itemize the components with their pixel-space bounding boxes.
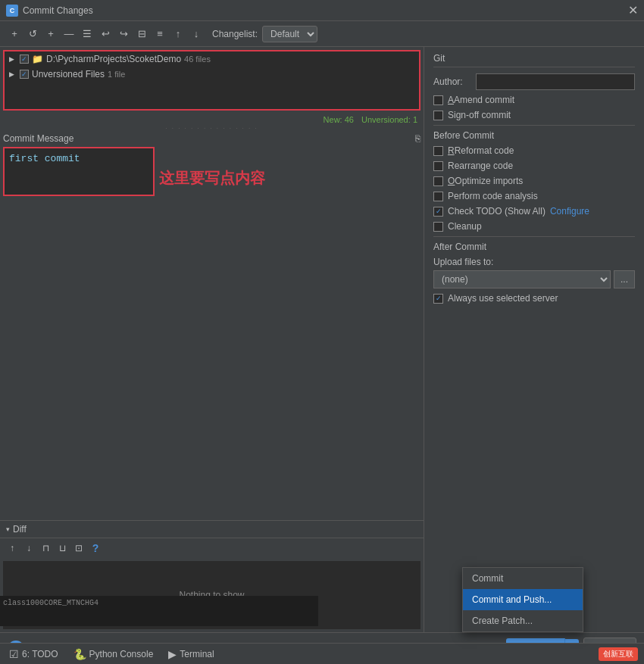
cleanup-row: Cleanup bbox=[433, 221, 635, 232]
todo-icon: ☑ bbox=[9, 648, 19, 660]
author-label: Author: bbox=[433, 76, 471, 87]
folder-icon: 📁 bbox=[32, 54, 43, 64]
copy-icon[interactable]: ⎘ bbox=[415, 133, 420, 144]
toolbar-up-btn[interactable]: ↑ bbox=[170, 26, 186, 42]
sign-off-label: Sign-off commit bbox=[448, 110, 511, 120]
dropdown-commit-push[interactable]: Commit and Push... bbox=[463, 589, 583, 610]
sign-off-row: Sign-off commit bbox=[433, 110, 635, 120]
terminal-icon: ▶ bbox=[168, 648, 177, 660]
project-tree-item[interactable]: ▶ 📁 D:\PycharmProjects\ScoketDemo 46 fil… bbox=[5, 51, 419, 67]
taskbar-todo[interactable]: ☑ 6: TODO bbox=[6, 647, 61, 662]
reformat-checkbox[interactable] bbox=[433, 146, 443, 156]
git-section: Git Author: AAmend commit bbox=[424, 47, 644, 314]
taskbar-python-console[interactable]: 🐍 Python Console bbox=[70, 647, 157, 662]
always-selected-label: Always use selected server bbox=[448, 293, 558, 304]
check-todo-checkbox[interactable] bbox=[433, 207, 443, 217]
project-path: D:\PycharmProjects\ScoketDemo bbox=[46, 54, 181, 64]
toolbar-add-btn[interactable]: + bbox=[6, 26, 23, 42]
after-commit-title: After Commit bbox=[433, 242, 635, 252]
new-status: New: 46 bbox=[324, 115, 354, 124]
left-panel: ▶ 📁 D:\PycharmProjects\ScoketDemo 46 fil… bbox=[0, 47, 424, 632]
dropdown-create-patch[interactable]: Create Patch... bbox=[463, 610, 583, 631]
rearrange-checkbox[interactable] bbox=[433, 161, 443, 171]
python-icon: 🐍 bbox=[73, 648, 86, 660]
diff-copy-btn[interactable]: ⊔ bbox=[55, 541, 70, 556]
check-todo-row: Check TODO (Show All) Configure bbox=[433, 206, 635, 217]
commit-message-input[interactable]: first commit bbox=[3, 147, 155, 196]
todo-label: 6: TODO bbox=[22, 649, 58, 659]
git-section-title: Git bbox=[433, 53, 635, 67]
diff-collapse-icon: ▾ bbox=[6, 525, 10, 533]
upload-row: (none) ... bbox=[433, 270, 635, 288]
author-input[interactable] bbox=[476, 73, 635, 90]
toolbar-redo-btn[interactable]: ↪ bbox=[115, 26, 132, 42]
dropdown-commit[interactable]: Commit bbox=[463, 568, 583, 589]
cleanup-checkbox[interactable] bbox=[433, 222, 443, 232]
diff-open-btn[interactable]: ⊓ bbox=[38, 541, 53, 556]
toolbar-down-btn[interactable]: ↓ bbox=[188, 26, 205, 42]
amend-commit-checkbox[interactable] bbox=[433, 95, 443, 105]
configure-link[interactable]: Configure bbox=[550, 206, 589, 217]
after-commit-divider bbox=[433, 236, 635, 237]
diff-up-btn[interactable]: ↑ bbox=[5, 541, 20, 556]
python-label: Python Console bbox=[89, 649, 154, 659]
bg-code: class1000CORE_MTNCHG4 bbox=[0, 596, 318, 626]
toolbar-plus-btn[interactable]: + bbox=[42, 26, 59, 42]
dialog-title: Commit Changes bbox=[23, 5, 93, 16]
optimize-label: OOptimize imports bbox=[448, 176, 523, 186]
commit-message-label: Commit Message bbox=[3, 133, 73, 144]
diff-help-btn[interactable]: ? bbox=[88, 541, 103, 556]
amend-commit-label: AAmend commit bbox=[448, 95, 514, 105]
unversioned-label: Unversioned Files bbox=[32, 69, 105, 79]
reformat-row: RReformat code bbox=[433, 145, 635, 156]
before-commit-title: Before Commit bbox=[433, 130, 635, 141]
author-row: Author: bbox=[433, 73, 635, 90]
commit-message-section: Commit Message ⎘ first commit 这里要写点内容 bbox=[0, 130, 424, 520]
changelist-select[interactable]: Default bbox=[262, 26, 317, 42]
optimize-checkbox[interactable] bbox=[433, 176, 443, 186]
perform-analysis-label: Perform code analysis bbox=[448, 191, 538, 201]
diff-header[interactable]: ▾ Diff bbox=[0, 521, 424, 538]
toolbar-minus-btn[interactable]: — bbox=[61, 26, 77, 42]
commit-hint-text: 这里要写点内容 bbox=[159, 168, 265, 189]
changelist-label: Changelist: bbox=[212, 29, 258, 39]
perform-analysis-row: Perform code analysis bbox=[433, 191, 635, 201]
diff-down-btn[interactable]: ↓ bbox=[21, 541, 36, 556]
browse-btn[interactable]: ... bbox=[614, 270, 635, 288]
files-section: ▶ 📁 D:\PycharmProjects\ScoketDemo 46 fil… bbox=[3, 50, 420, 111]
diff-toolbar: ↑ ↓ ⊓ ⊔ ⊡ ? bbox=[0, 538, 424, 558]
cleanup-label: Cleanup bbox=[448, 221, 482, 232]
optimize-row: OOptimize imports bbox=[433, 176, 635, 186]
amend-commit-row: AAmend commit bbox=[433, 95, 635, 105]
diff-expand-btn[interactable]: ⊡ bbox=[71, 541, 86, 556]
title-bar-left: C Commit Changes bbox=[6, 5, 93, 17]
perform-analysis-checkbox[interactable] bbox=[433, 192, 443, 201]
unversioned-tree-item[interactable]: ▶ Unversioned Files 1 file bbox=[5, 67, 419, 82]
sign-off-checkbox[interactable] bbox=[433, 111, 443, 120]
upload-select[interactable]: (none) bbox=[433, 270, 611, 288]
upload-label: Upload files to: bbox=[433, 257, 635, 267]
dialog-body: + ↺ + — ☰ ↩ ↪ ⊟ ≡ ↑ ↓ Changelist: Defaul… bbox=[0, 21, 644, 664]
reformat-label: RReformat code bbox=[448, 145, 514, 156]
before-commit-divider bbox=[433, 125, 635, 126]
toolbar: + ↺ + — ☰ ↩ ↪ ⊟ ≡ ↑ ↓ Changelist: Defaul… bbox=[0, 21, 644, 47]
main-content: ▶ 📁 D:\PycharmProjects\ScoketDemo 46 fil… bbox=[0, 47, 644, 632]
toolbar-list-btn[interactable]: ☰ bbox=[79, 26, 95, 42]
close-button[interactable]: ✕ bbox=[628, 5, 638, 17]
toolbar-diff-btn[interactable]: ⊟ bbox=[133, 26, 150, 42]
unversioned-expand-icon: ▶ bbox=[9, 70, 17, 78]
toolbar-undo-btn[interactable]: ↩ bbox=[97, 26, 114, 42]
terminal-label: Terminal bbox=[180, 649, 214, 659]
rearrange-row: Rearrange code bbox=[433, 161, 635, 171]
unversioned-status: Unversioned: 1 bbox=[361, 115, 417, 124]
project-checkbox[interactable] bbox=[20, 55, 29, 64]
toolbar-refresh-btn[interactable]: ↺ bbox=[24, 26, 41, 42]
unversioned-checkbox[interactable] bbox=[20, 70, 29, 79]
always-selected-row: Always use selected server bbox=[433, 293, 635, 304]
diff-title: Diff bbox=[13, 524, 27, 535]
toolbar-menu-btn[interactable]: ≡ bbox=[152, 26, 168, 42]
taskbar-terminal[interactable]: ▶ Terminal bbox=[165, 647, 217, 662]
ide-taskbar: ☑ 6: TODO 🐍 Python Console ▶ Terminal 创新… bbox=[0, 643, 644, 664]
always-selected-checkbox[interactable] bbox=[433, 294, 443, 304]
brand-logo: 创新互联 bbox=[599, 647, 638, 661]
